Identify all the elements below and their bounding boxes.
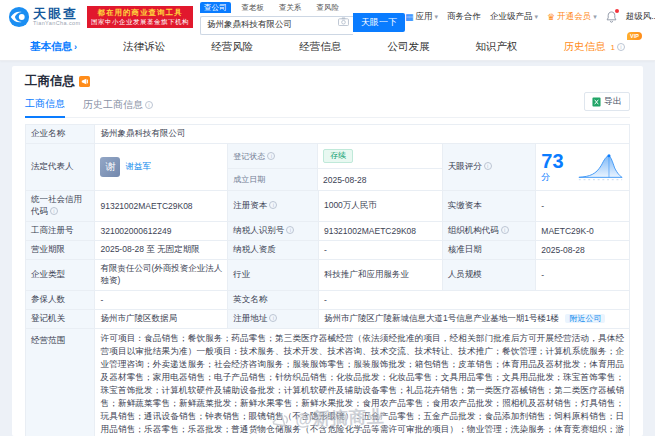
menu-user-account[interactable]: 超级风.. ▾ [626,11,655,23]
business-scope-value: 许可项目：食品销售；餐饮服务；药品零售；第三类医疗器械经营（依法须经批准的项目，… [100,332,624,436]
establish-date-value: 2025-08-28 [318,169,442,190]
field-label: 组织机构代码 [442,222,536,241]
info-icon[interactable] [145,101,153,109]
search-tab-relation[interactable]: 查关系 [275,2,306,13]
notification-bell-icon[interactable] [606,11,617,23]
subtab-history-business-info[interactable]: 历史工商信息 [83,97,153,117]
table-row: 登记机关 扬州市广陵区数据局 注册地址 扬州市广陵区广陵新城信息大道1号信息产业… [26,310,630,329]
status-badge: 存续 [323,149,353,163]
field-label: 登记状态 [228,144,318,169]
taxpayer-id-value: 91321002MAETC29K08 [318,222,442,241]
search-button[interactable]: 天眼一下 [353,13,405,32]
info-icon[interactable] [269,314,277,322]
reg-capital-value: 1000万人民币 [318,191,442,222]
export-excel-icon [592,97,601,107]
tab-operating-info[interactable]: 经营信息 [299,40,341,54]
company-type-value: 有限责任公司(外商投资企业法人独资) [95,260,228,291]
export-button[interactable]: 导出 [584,92,630,111]
info-icon[interactable] [269,201,277,209]
history-count: 1 [610,43,614,52]
field-label: 注册资本 [228,191,319,222]
vip-badge: VIP [627,32,642,40]
business-term-value: 2025-08-28 至 无固定期限 [95,241,228,260]
score-distribution-chart [577,152,624,182]
info-icon[interactable] [267,152,275,160]
field-label: 统一社会信用代码 [26,191,95,222]
field-label: 成立日期 [228,169,318,190]
section-title: 工商信息 [25,73,75,90]
menu-business-cooperation[interactable]: 商务合作 [447,11,481,23]
reg-number-value: 321002000612249 [95,222,228,241]
table-row: 经营范围 许可项目：食品销售；餐饮服务；药品零售；第三类医疗器械经营（依法须经批… [26,329,630,436]
authority-value: 扬州市广陵区数据局 [95,310,228,329]
company-nav-tabs: 基本信息 法律诉讼 经营风险 经营信息 公司发展 知识产权 VIP 历史信息 1 [0,34,655,61]
field-label: 法定代表人 [26,144,95,191]
brand-name: 天眼查 [33,7,80,20]
legal-rep-link[interactable]: 谢益军 [125,161,151,173]
staff-size-value: - [536,260,630,291]
tianyancha-logo[interactable]: 天眼查 TianYanCha.com [8,6,84,28]
score-value: 73 [541,150,563,172]
camera-icon[interactable] [338,17,349,26]
table-row: 法定代表人 谢 谢益军 登记状态 存续 成立日期 [26,144,630,191]
field-label: 天眼评分 [442,144,536,191]
menu-enterprise-products[interactable]: 企业级产品 ▾ [490,11,538,23]
page-body: 工商信息 工商信息 历史工商信息 导出 [0,61,655,436]
info-icon[interactable] [501,226,509,234]
brand-domain: TianYanCha.com [33,21,80,27]
tab-company-development[interactable]: 公司发展 [387,40,429,54]
info-icon[interactable] [484,162,492,170]
notification-dot [615,9,619,13]
business-info-card: 工商信息 工商信息 历史工商信息 导出 [12,66,643,436]
chevron-down-icon: ▾ [535,13,539,21]
tianyancha-eye-icon [8,6,30,28]
tab-history-info[interactable]: VIP 历史信息 1 [564,40,625,54]
info-icon[interactable] [617,43,625,51]
info-icon[interactable] [286,226,294,234]
menu-apps[interactable]: ▦ 应用 ▾ [405,11,438,23]
section-megaphone-icon [79,76,90,87]
company-name-value: 扬州象鼎科技有限公司 [95,125,630,144]
field-label: 注册地址 [228,310,319,329]
subtab-bar: 工商信息 历史工商信息 [25,97,630,118]
field-label: 经营范围 [26,329,95,436]
search-tab-risk[interactable]: 查风险 [313,2,344,13]
approval-date-value: 2025-08-28 [536,241,630,260]
paid-capital-value: - [536,191,630,222]
field-label: 核准日期 [442,241,536,260]
table-row: 企业名称 扬州象鼎科技有限公司 [26,125,630,144]
field-label: 纳税人识别号 [228,222,319,241]
top-bar: 天眼查 TianYanCha.com 都在用的商业查询工具 国家中小企业发展基金… [0,0,655,34]
tianyan-score[interactable]: 73分 [541,151,624,184]
insured-value: - [95,291,228,310]
tab-basic-info[interactable]: 基本信息 [30,40,77,54]
brand-slogan: 都在用的商业查询工具 国家中小企业发展基金旗下机构 [87,6,193,29]
nearby-companies-link[interactable]: 附近公司 [565,314,605,323]
field-label: 企业名称 [26,125,95,144]
chevron-down-icon: ▾ [593,13,597,21]
tab-operating-risk[interactable]: 经营风险 [211,40,253,54]
field-label: 工商注册号 [26,222,95,241]
legal-rep-avatar[interactable]: 谢 [100,157,120,177]
field-label: 实缴资本 [442,191,536,222]
credit-code-value: 91321002MAETC29K08 [95,191,228,222]
search-tab-company[interactable]: 查公司 [200,2,231,13]
taxpayer-quality-value: - [318,241,442,260]
field-label: 行业 [228,260,319,291]
field-label: 人员规模 [442,260,536,291]
search-input[interactable] [200,16,353,35]
subtab-current-business-info[interactable]: 工商信息 [25,97,65,118]
tab-intellectual-property[interactable]: 知识产权 [475,40,517,54]
field-label: 企业类型 [26,260,95,291]
field-label: 登记机关 [26,310,95,329]
info-icon[interactable] [50,207,58,215]
field-label: 营业期限 [26,241,95,260]
tab-legal-proceedings[interactable]: 法律诉讼 [123,40,165,54]
table-row: 参保人数 - 英文名称 - [26,291,630,310]
table-row: 营业期限 2025-08-28 至 无固定期限 纳税人资质 - 核准日期 202… [26,241,630,260]
field-label: 参保人数 [26,291,95,310]
org-code-value: MAETC29K-0 [536,222,630,241]
search-tab-boss[interactable]: 查老板 [238,2,269,13]
menu-open-vip[interactable]: ♛ 开通会员 ▾ [547,11,597,23]
table-row: 工商注册号 321002000612249 纳税人识别号 91321002MAE… [26,222,630,241]
